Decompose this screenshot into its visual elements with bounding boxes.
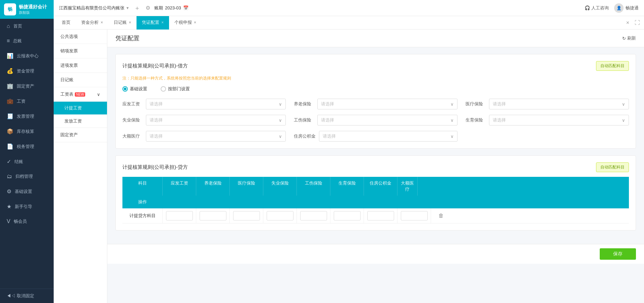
tab-close-icon[interactable]: ×: [101, 20, 103, 25]
credit-pension-input[interactable]: [200, 211, 226, 220]
credit-medical-input[interactable]: [233, 211, 260, 220]
select-placeholder: 请选择: [323, 133, 336, 139]
sidebar-item-label: 发票管理: [17, 113, 34, 119]
save-button[interactable]: 保存: [600, 248, 636, 260]
sidebar-item-tax[interactable]: 📄 税务管理: [0, 139, 54, 154]
auto-match-debit-button[interactable]: 自动匹配科目: [596, 61, 629, 71]
member-icon: V: [7, 218, 10, 224]
nav-item-release-salary[interactable]: 发放工资: [54, 115, 107, 128]
notice-text: 注：只能选择一种方式，系统将按照您当前的选择来配置规则: [122, 75, 629, 81]
close-tab-button[interactable]: ×: [625, 18, 631, 27]
medical-select[interactable]: 请选择 ∨: [489, 99, 629, 109]
tab-funds-analysis[interactable]: 资金分析 ×: [76, 16, 108, 30]
td-maternity[interactable]: [330, 208, 364, 223]
td-pension[interactable]: [196, 208, 230, 223]
td-workinjury[interactable]: [297, 208, 330, 223]
delete-row-button[interactable]: 🗑: [438, 213, 444, 219]
sidebar-item-inventory[interactable]: 📦 库存核算: [0, 124, 54, 139]
nav-item-sales-invoice[interactable]: 销项发票: [54, 44, 107, 58]
avatar: 👤: [614, 3, 624, 13]
period-value: 2023-03: [165, 5, 181, 10]
large-medical-select[interactable]: 请选择 ∨: [146, 131, 286, 142]
nav-item-public[interactable]: 公共选项: [54, 30, 107, 44]
form-item-housing-fund: 住房公积金 请选择 ∨: [294, 131, 457, 142]
tab-close-icon[interactable]: ×: [194, 20, 196, 25]
housing-fund-select[interactable]: 请选择 ∨: [319, 131, 457, 142]
expand-button[interactable]: ⛶: [633, 18, 641, 27]
sidebar-item-member[interactable]: V 畅会员: [0, 214, 54, 229]
tab-journal[interactable]: 日记账 ×: [108, 16, 137, 30]
td-large-medical[interactable]: [397, 208, 431, 223]
sidebar-item-label: 税务管理: [17, 144, 34, 150]
sidebar-item-invoice[interactable]: 🧾 发票管理: [0, 109, 54, 124]
credit-unemployment-input[interactable]: [267, 211, 293, 220]
settings-button[interactable]: ⚙: [146, 5, 150, 11]
tab-home-label: 首页: [62, 19, 70, 26]
td-base-salary[interactable]: [163, 208, 196, 223]
debit-title: 计提核算规则(公司承担)-借方: [122, 63, 188, 69]
sidebar-item-label: 首页: [13, 23, 22, 29]
radio-basic-settings[interactable]: 基础设置: [122, 86, 147, 92]
medical-label: 医疗保险: [466, 101, 486, 107]
debit-section: 计提核算规则(公司承担)-借方 自动匹配科目 注：只能选择一种方式，系统将按照您…: [115, 54, 636, 149]
sidebar-item-ledger[interactable]: ≡ 总账: [0, 34, 54, 48]
sidebar-item-settle[interactable]: ✓ 结账: [0, 154, 54, 169]
th-unemployment: 失业保险: [263, 177, 297, 196]
nav-item-purchase-invoice[interactable]: 进项发票: [54, 58, 107, 73]
credit-large-medical-input[interactable]: [401, 211, 428, 220]
add-button[interactable]: ＋: [134, 4, 140, 12]
refresh-button[interactable]: ↻ 刷新: [622, 35, 636, 41]
tab-close-icon[interactable]: ×: [161, 20, 164, 25]
tab-voucher-config[interactable]: 凭证配置 ×: [137, 16, 169, 30]
th-medical: 医疗保险: [230, 177, 263, 196]
form-item-workinjury: 工伤保险 请选择 ∨: [294, 115, 457, 125]
sidebar-item-label: 资金管理: [17, 68, 34, 74]
td-housing[interactable]: [364, 208, 397, 223]
th-housing: 住房公积金: [364, 177, 397, 196]
credit-maternity-input[interactable]: [334, 211, 361, 220]
sidebar-item-archive[interactable]: 🗂 归档管理: [0, 169, 54, 184]
sidebar-item-assets[interactable]: 🏢 固定资产: [0, 79, 54, 94]
td-medical[interactable]: [230, 208, 263, 223]
maternity-select[interactable]: 请选择 ∨: [489, 115, 629, 125]
th-pension: 养老保险: [196, 177, 230, 196]
cancel-pin-button[interactable]: ◀◁ 取消固定: [0, 289, 54, 303]
nav-item-accrual-salary[interactable]: 计提工资: [54, 102, 107, 115]
chevron-down-icon: ∨: [622, 118, 625, 123]
base-salary-select[interactable]: 请选择 ∨: [146, 99, 286, 109]
tab-home[interactable]: 首页: [56, 16, 76, 30]
tab-close-icon[interactable]: ×: [129, 20, 131, 25]
pension-select[interactable]: 请选择 ∨: [317, 99, 457, 109]
table-header: 科目 应发工资 养老保险 医疗保险 失业保险 工伤保险 生育保险 住房公积金 大…: [122, 177, 629, 208]
sidebar-item-guide[interactable]: ★ 新手引导: [0, 199, 54, 214]
calendar-icon[interactable]: 📅: [183, 5, 189, 10]
sidebar-item-settings[interactable]: ⚙ 基础设置: [0, 184, 54, 199]
nav-item-fixed-assets[interactable]: 固定资产: [54, 128, 107, 142]
sidebar-item-home[interactable]: ⌂ 首页: [0, 19, 54, 34]
nav-item-salary-table[interactable]: 工资表NEW ∨: [54, 87, 107, 102]
logo-icon: 畅: [4, 3, 16, 15]
nav-item-journal[interactable]: 日记账: [54, 73, 107, 87]
company-selector[interactable]: 江西服宝精品有限责任公司内账张 ▾: [59, 5, 129, 11]
td-unemployment[interactable]: [263, 208, 297, 223]
topbar-right: 🎧 人工咨询 👤 畅捷通: [585, 3, 639, 13]
tab-label: 资金分析: [81, 19, 99, 26]
sidebar-item-label: 云报表中心: [17, 53, 39, 59]
home-icon: ⌂: [7, 23, 10, 29]
tab-tax-filing[interactable]: 个税申报 ×: [169, 16, 202, 30]
service-button[interactable]: 🎧 人工咨询: [585, 5, 609, 11]
radio-dept-settings[interactable]: 按部门设置: [161, 86, 190, 92]
credit-base-salary-input[interactable]: [166, 211, 193, 220]
sidebar-item-reports[interactable]: 📊 云报表中心: [0, 48, 54, 63]
td-operation: 🗑: [431, 208, 451, 223]
sidebar-item-salary[interactable]: 💼 工资: [0, 94, 54, 109]
auto-match-credit-button[interactable]: 自动匹配科目: [596, 162, 629, 172]
sidebar-item-funds[interactable]: 💰 资金管理: [0, 63, 54, 79]
credit-housing-input[interactable]: [367, 211, 394, 220]
credit-workinjury-input[interactable]: [300, 211, 327, 220]
chevron-down-icon: ∨: [279, 102, 282, 107]
workinjury-select[interactable]: 请选择 ∨: [317, 115, 457, 125]
unemployment-select[interactable]: 请选择 ∨: [146, 115, 286, 125]
large-medical-label: 大额医疗: [122, 133, 143, 139]
user-menu[interactable]: 👤 畅捷通: [614, 3, 639, 13]
